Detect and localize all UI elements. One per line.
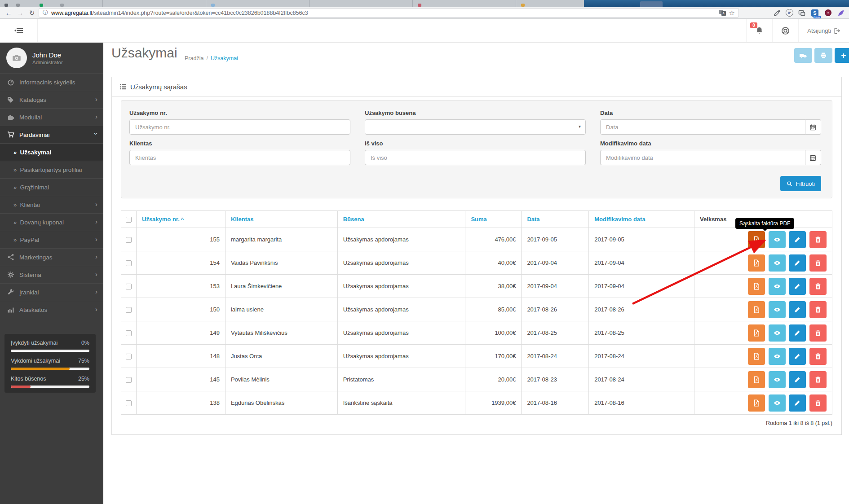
back-button[interactable]: ←	[4, 7, 13, 18]
invoice-pdf-button[interactable]	[748, 348, 765, 365]
edit-order-button[interactable]	[789, 371, 806, 388]
edit-order-button[interactable]	[789, 394, 806, 412]
shipping-list-button[interactable]	[794, 48, 812, 63]
translate-icon[interactable]: A	[719, 10, 726, 16]
add-order-button[interactable]	[835, 48, 849, 63]
table-row[interactable]: 153 Laura Šimkevičiene Užsakymas apdoroj…	[121, 275, 832, 298]
row-checkbox[interactable]	[126, 284, 132, 289]
sidebar-item[interactable]: Moduliai ›	[0, 108, 103, 126]
support-button[interactable]	[772, 19, 798, 42]
breadcrumb-current[interactable]: Užsakymai	[211, 55, 238, 61]
sidebar-item[interactable]: Marketingas ›	[0, 248, 103, 266]
sort-total[interactable]: Suma	[471, 216, 486, 223]
invoice-pdf-button[interactable]	[748, 324, 765, 342]
view-order-button[interactable]	[769, 301, 786, 318]
view-order-button[interactable]	[769, 278, 786, 295]
date-calendar-button[interactable]	[805, 119, 821, 135]
sort-date-added[interactable]: Data	[527, 216, 539, 223]
invoice-pdf-button[interactable]	[748, 394, 765, 412]
feather-extension-icon[interactable]	[836, 9, 845, 18]
invoice-pdf-button[interactable]	[748, 278, 765, 295]
sort-status[interactable]: Būsena	[343, 216, 364, 223]
total-input[interactable]	[365, 150, 586, 165]
filter-button[interactable]: Filtruoti	[780, 176, 821, 191]
view-order-button[interactable]	[769, 348, 786, 365]
edit-order-button[interactable]	[789, 348, 806, 365]
table-row[interactable]: 145 Povilas Mėlinis Pristatomas 20,00€ 2…	[121, 368, 832, 391]
sidebar-item[interactable]: Dovanų kuponai ›	[0, 213, 103, 231]
sidebar-item[interactable]: Pardavimai ›	[0, 126, 103, 143]
edit-order-button[interactable]	[789, 324, 806, 342]
forward-button[interactable]: →	[15, 7, 25, 18]
customer-input[interactable]	[129, 150, 350, 165]
row-checkbox[interactable]	[126, 260, 132, 266]
edit-order-button[interactable]	[789, 254, 806, 272]
reload-button[interactable]: ↻	[27, 7, 37, 18]
invoice-pdf-button[interactable]	[748, 301, 765, 318]
sidebar-item[interactable]: Ataskaitos ›	[0, 301, 103, 318]
shutter-extension-icon[interactable]	[823, 9, 832, 18]
sidebar-item[interactable]: Užsakymai	[0, 143, 103, 161]
edit-order-button[interactable]	[789, 301, 806, 318]
delete-order-button[interactable]	[809, 371, 827, 388]
view-order-button[interactable]	[769, 324, 786, 342]
edit-order-button[interactable]	[789, 231, 806, 248]
cast-extension-icon[interactable]	[797, 9, 806, 18]
sidebar-toggle-button[interactable]	[0, 19, 38, 42]
delete-order-button[interactable]	[809, 394, 827, 412]
row-checkbox[interactable]	[126, 237, 132, 243]
address-bar[interactable]: ⓘ www.agregatai.lt/siteadmin14/index.php…	[39, 8, 739, 18]
select-all-checkbox[interactable]	[126, 217, 132, 223]
view-order-button[interactable]	[769, 231, 786, 248]
delete-order-button[interactable]	[809, 231, 827, 248]
page-info-icon[interactable]: ⓘ	[43, 9, 48, 17]
table-row[interactable]: 150 laima usiene Užsakymas apdorojamas 8…	[121, 298, 832, 321]
sidebar-item[interactable]: Informacinis skydelis	[0, 73, 103, 91]
browser-tab-strip[interactable]	[0, 0, 849, 7]
ip-extension-icon[interactable]: IP	[786, 9, 793, 17]
order-status-select[interactable]: ▾	[365, 119, 586, 135]
invoice-pdf-button[interactable]	[748, 371, 765, 388]
date-input[interactable]	[600, 119, 805, 135]
sidebar-item[interactable]: PayPal ›	[0, 231, 103, 248]
table-row[interactable]: 149 Vytautas Miliškevičius Užsakymas apd…	[121, 321, 832, 345]
table-row[interactable]: 155 margarita margarita Užsakymas apdoro…	[121, 228, 832, 251]
row-checkbox[interactable]	[126, 400, 132, 406]
eyedropper-extension-icon[interactable]	[773, 9, 782, 18]
sort-customer[interactable]: Klientas	[231, 216, 254, 223]
view-order-button[interactable]	[769, 394, 786, 412]
invoice-pdf-button[interactable]	[748, 231, 765, 248]
view-order-button[interactable]	[769, 254, 786, 272]
invoice-pdf-button[interactable]	[748, 254, 765, 272]
s-extension-icon[interactable]: SNew	[810, 9, 819, 18]
avatar[interactable]	[6, 48, 27, 68]
sidebar-item[interactable]: Pasikartojantys profiliai	[0, 161, 103, 178]
row-checkbox[interactable]	[126, 330, 132, 336]
notifications-button[interactable]: 0	[746, 19, 772, 42]
invoice-print-button[interactable]	[814, 48, 832, 63]
row-checkbox[interactable]	[126, 354, 132, 359]
sidebar-item[interactable]: Įrankiai ›	[0, 283, 103, 301]
table-row[interactable]: 148 Justas Orca Užsakymas apdorojamas 17…	[121, 345, 832, 368]
delete-order-button[interactable]	[809, 254, 827, 272]
breadcrumb-home[interactable]: Pradžia	[185, 55, 203, 61]
delete-order-button[interactable]	[809, 324, 827, 342]
order-id-input[interactable]	[129, 119, 350, 135]
edit-order-button[interactable]	[789, 278, 806, 295]
delete-order-button[interactable]	[809, 278, 827, 295]
logout-button[interactable]: Atsijungti	[798, 19, 849, 42]
row-checkbox[interactable]	[126, 307, 132, 313]
table-row[interactable]: 138 Egdūnas Obelinskas Išankstinė sąskai…	[121, 391, 832, 415]
delete-order-button[interactable]	[809, 348, 827, 365]
bookmark-star-icon[interactable]: ☆	[729, 9, 735, 16]
sidebar-item[interactable]: Katalogas ›	[0, 91, 103, 108]
delete-order-button[interactable]	[809, 301, 827, 318]
sidebar-item[interactable]: Sistema ›	[0, 266, 103, 283]
view-order-button[interactable]	[769, 371, 786, 388]
sidebar-item[interactable]: Klientai ›	[0, 196, 103, 213]
date-modified-input[interactable]	[600, 150, 805, 165]
table-row[interactable]: 154 Vaidas Pavinkšnis Užsakymas apdoroja…	[121, 251, 832, 275]
sidebar-item[interactable]: Grąžinimai	[0, 178, 103, 196]
sort-date-modified[interactable]: Modifikavimo data	[594, 216, 645, 223]
sort-order-id[interactable]: Užsakymo nr.	[142, 216, 180, 223]
